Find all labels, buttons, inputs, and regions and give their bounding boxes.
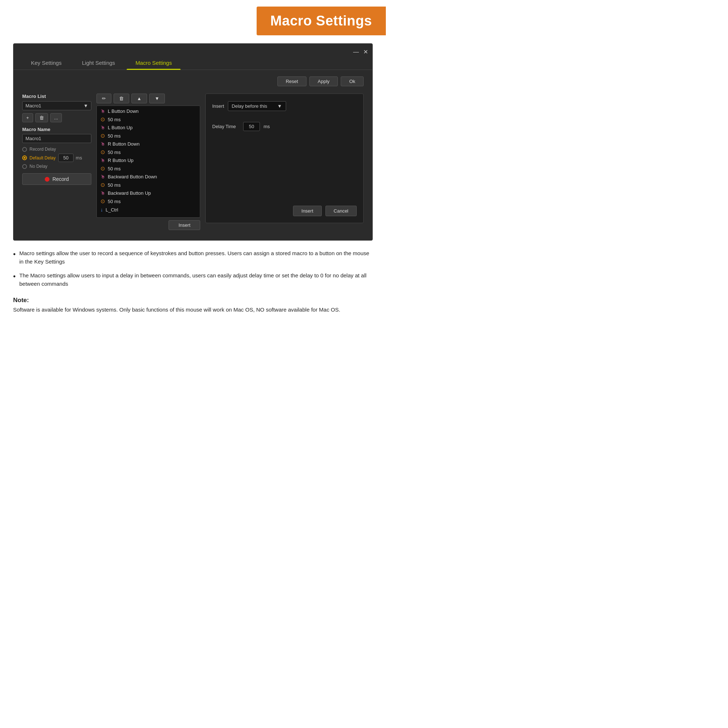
record-delay-radio[interactable] — [22, 147, 27, 152]
tab-key-settings[interactable]: Key Settings — [22, 58, 70, 70]
list-item-text: L Button Down — [108, 109, 139, 114]
tab-macro-settings[interactable]: Macro Settings — [127, 58, 180, 70]
list-item-icon: ↓ — [101, 207, 103, 213]
title-bar: — ✕ — [14, 44, 372, 58]
list-item-icon: 🖱 — [101, 109, 105, 114]
list-item[interactable]: 🖱Backward Button Down — [97, 173, 200, 180]
list-item-icon: 🖱 — [101, 158, 105, 163]
default-delay-radio[interactable] — [22, 155, 27, 160]
delete-list-button[interactable]: 🗑 — [113, 93, 129, 103]
list-item-text: Backward Button Down — [108, 174, 157, 179]
content-area: Reset Apply Ok Macro List Macro1 ▼ + 🗑 .… — [14, 70, 372, 235]
main-layout: Macro List Macro1 ▼ + 🗑 ... Macro Name — [22, 93, 364, 230]
list-item-icon: ⊙ — [101, 149, 105, 155]
bullet-dot: • — [13, 271, 16, 282]
delay-time-input[interactable] — [243, 122, 260, 131]
list-item-text: 50 ms — [108, 199, 121, 204]
list-item-icon: ⊙ — [101, 165, 105, 172]
macro-name-label: Macro Name — [22, 127, 91, 132]
move-up-button[interactable]: ▲ — [132, 93, 147, 103]
tabs-bar: Key Settings Light Settings Macro Settin… — [14, 58, 372, 70]
list-item-text: R Button Down — [108, 141, 139, 147]
list-item-icon: 🖱 — [101, 190, 105, 196]
delay-value-row: ms — [58, 154, 82, 162]
list-item-text: L_Ctrl — [106, 207, 118, 213]
bullet-text: The Macro settings allow users to input … — [19, 272, 373, 288]
list-item-text: 50 ms — [108, 150, 121, 155]
list-item[interactable]: ⊙50 ms — [97, 197, 200, 206]
top-actions: Reset Apply Ok — [22, 76, 364, 86]
default-delay-option[interactable]: Default Delay ms — [22, 154, 91, 162]
app-window: — ✕ Key Settings Light Settings Macro Se… — [13, 43, 373, 241]
list-item[interactable]: ⊙50 ms — [97, 164, 200, 173]
macro-action-row: + 🗑 ... — [22, 113, 91, 122]
apply-button[interactable]: Apply — [309, 76, 338, 86]
list-item[interactable]: 🖱L Button Up — [97, 124, 200, 132]
list-item[interactable]: ⊙50 ms — [97, 148, 200, 156]
bullet-text: Macro settings allow the user to record … — [19, 249, 373, 266]
right-insert-button[interactable]: Insert — [293, 206, 322, 216]
insert-btn-row: Insert — [96, 220, 200, 230]
no-delay-option[interactable]: No Delay — [22, 164, 91, 169]
list-item-text: L Button Up — [108, 125, 133, 130]
list-item-text: R Button Up — [108, 158, 134, 163]
list-item[interactable]: 🖱L Button Down — [97, 107, 200, 115]
note-title: Note: — [13, 297, 373, 304]
record-button[interactable]: Record — [22, 173, 91, 185]
list-item-icon: ⊙ — [101, 116, 105, 123]
insert-row: Insert Delay before this ▼ — [212, 101, 357, 111]
macro-dropdown[interactable]: Macro1 ▼ — [22, 101, 91, 110]
record-dot-icon — [45, 177, 49, 182]
record-delay-option[interactable]: Record Delay — [22, 147, 91, 152]
macro-list-label: Macro List — [22, 93, 91, 99]
ok-button[interactable]: Ok — [341, 76, 364, 86]
no-delay-radio[interactable] — [22, 164, 27, 169]
insert-bottom-button[interactable]: Insert — [168, 220, 200, 230]
header-title: Macro Settings — [271, 13, 372, 28]
right-action-row: Insert Cancel — [212, 206, 357, 216]
delay-time-label: Delay Time — [212, 124, 236, 129]
add-macro-button[interactable]: + — [22, 113, 33, 122]
minimize-button[interactable]: — — [353, 49, 359, 55]
list-item-text: 50 ms — [108, 166, 121, 171]
list-item-icon: ⊙ — [101, 198, 105, 205]
bullet-item: •The Macro settings allow users to input… — [13, 272, 373, 288]
list-item-text: 50 ms — [108, 182, 121, 188]
macro-select-row: Macro1 ▼ — [22, 101, 91, 110]
list-item[interactable]: ↓L_Ctrl — [97, 206, 200, 214]
list-item-text: Backward Button Up — [108, 190, 151, 196]
delay-time-row: Delay Time ms — [212, 122, 357, 131]
reset-button[interactable]: Reset — [277, 76, 306, 86]
insert-label: Insert — [212, 103, 224, 109]
list-item-icon: ⊙ — [101, 133, 105, 139]
chevron-down-icon: ▼ — [83, 103, 88, 109]
bullet-item: •Macro settings allow the user to record… — [13, 249, 373, 266]
list-item[interactable]: 🖱Backward Button Up — [97, 189, 200, 197]
list-item[interactable]: 🖱R Button Up — [97, 156, 200, 164]
bullets-section: •Macro settings allow the user to record… — [13, 249, 373, 288]
macro-name-input[interactable] — [22, 134, 91, 143]
right-panel: Insert Delay before this ▼ Delay Time ms… — [205, 93, 364, 223]
edit-button[interactable]: ✏ — [96, 93, 112, 103]
delay-unit: ms — [76, 155, 82, 161]
tab-light-settings[interactable]: Light Settings — [73, 58, 124, 70]
list-item-text: 50 ms — [108, 133, 121, 139]
list-item[interactable]: ⊙50 ms — [97, 180, 200, 189]
move-down-button[interactable]: ▼ — [149, 93, 165, 103]
delay-type-dropdown[interactable]: Delay before this ▼ — [228, 101, 286, 111]
delay-value-input[interactable] — [58, 154, 73, 162]
delete-macro-button[interactable]: 🗑 — [35, 113, 48, 122]
macro-list-box[interactable]: 🖱L Button Down⊙50 ms🖱L Button Up⊙50 ms🖱R… — [96, 106, 200, 218]
header-banner: Macro Settings — [0, 0, 386, 35]
header-title-box: Macro Settings — [257, 6, 386, 35]
note-text: Software is available for Windows system… — [13, 305, 373, 314]
radio-group: Record Delay Default Delay ms No Delay — [22, 147, 91, 169]
list-item[interactable]: ⊙50 ms — [97, 132, 200, 140]
list-item-text: 50 ms — [108, 117, 121, 122]
list-item[interactable]: ⊙50 ms — [97, 115, 200, 124]
list-item-icon: ⊙ — [101, 182, 105, 188]
more-macro-button[interactable]: ... — [50, 113, 62, 122]
right-cancel-button[interactable]: Cancel — [326, 206, 357, 216]
close-button[interactable]: ✕ — [363, 49, 368, 55]
list-item[interactable]: 🖱R Button Down — [97, 140, 200, 148]
